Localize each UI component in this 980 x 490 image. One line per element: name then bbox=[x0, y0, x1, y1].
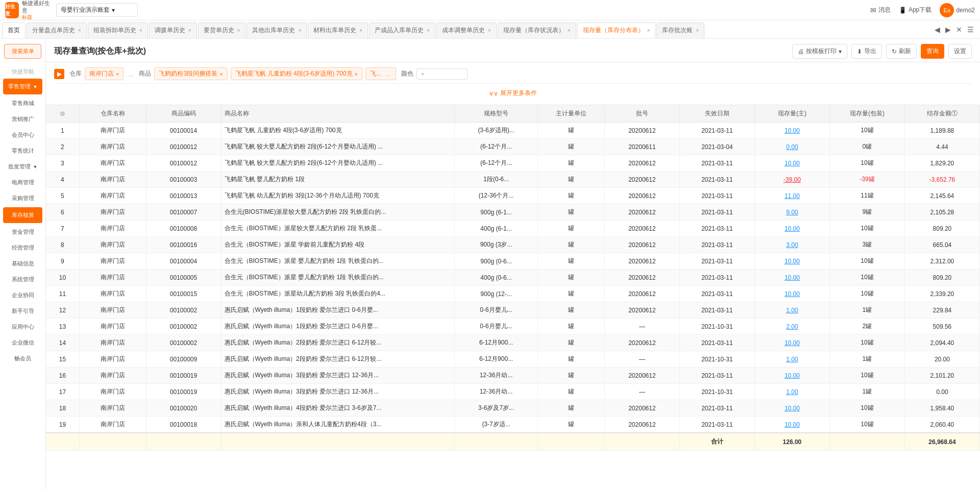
row-stock-main[interactable]: 10.00 bbox=[754, 335, 829, 351]
sidebar-item-system[interactable]: 系统管理 bbox=[0, 272, 45, 287]
row-balance: 2,312.00 bbox=[904, 253, 979, 270]
row-stock-main[interactable]: 11.00 bbox=[754, 188, 829, 204]
product-tag-1[interactable]: 飞鹤星飞帆 儿童奶粉 4段(3-6岁适用) 700克 × bbox=[231, 67, 362, 80]
sidebar-item-purchase[interactable]: 采购管理 bbox=[0, 190, 45, 206]
sidebar-item-ecommerce[interactable]: 电商管理 bbox=[0, 175, 45, 190]
sidebar-item-wholesale[interactable]: 批发管理 ▼ bbox=[0, 159, 45, 175]
row-stock-main[interactable]: 1.00 bbox=[754, 351, 829, 368]
tab-close-3[interactable]: × bbox=[188, 28, 191, 33]
tab-close-10[interactable]: × bbox=[647, 28, 650, 33]
sidebar-item-corp-wechat[interactable]: 企业微信 bbox=[0, 335, 45, 351]
row-expire: 2021-10-31 bbox=[679, 384, 754, 400]
sidebar-item-app-center[interactable]: 应用中心 bbox=[0, 319, 45, 335]
warehouse-tag[interactable]: 南岸门店 × bbox=[85, 67, 124, 80]
row-name: 惠氏启赋（Wyeth illuma）2段奶粉 爱尔兰进口 6-12月较... bbox=[221, 351, 454, 368]
row-stock-main[interactable]: 2.00 bbox=[754, 318, 829, 335]
tab-batch-account[interactable]: 库存批次账 × bbox=[656, 22, 704, 39]
table-row: 9南岸门店00100004合生元（BIOSTIME）派星 婴儿配方奶粉 1段 乳… bbox=[46, 253, 980, 270]
settings-button[interactable]: 设置 bbox=[948, 44, 972, 59]
sidebar-item-business[interactable]: 经营管理 bbox=[0, 240, 45, 256]
tab-cost-adjust[interactable]: 成本调整单历史 × bbox=[436, 22, 497, 39]
tab-close-2[interactable]: × bbox=[139, 28, 142, 33]
row-stock-main[interactable]: 1.00 bbox=[754, 302, 829, 318]
sidebar-item-finance[interactable]: 资金管理 bbox=[0, 224, 45, 240]
warehouse-remove-icon[interactable]: × bbox=[116, 71, 119, 77]
tab-product-in[interactable]: 产成品入库单历史 × bbox=[369, 22, 435, 39]
tab-menu-btn[interactable]: ☰ bbox=[965, 26, 976, 34]
row-stock-main[interactable]: 1.00 bbox=[754, 384, 829, 400]
tab-delivery[interactable]: 要货单历史 × bbox=[198, 22, 246, 39]
row-stock-main[interactable]: -39.00 bbox=[754, 172, 829, 188]
row-stock-main[interactable]: 9.00 bbox=[754, 204, 829, 220]
col-stock-pkg-header: 现存量(包装) bbox=[829, 105, 904, 122]
expand-conditions-button[interactable]: ∨∨ 展开更多条件 bbox=[489, 89, 537, 97]
sidebar-item-marketing[interactable]: 营销推广 bbox=[0, 111, 45, 127]
warehouse-more-icon[interactable]: … bbox=[127, 70, 134, 78]
refresh-button[interactable]: ↻ 刷新 bbox=[886, 44, 917, 59]
row-stock-main[interactable]: 3.00 bbox=[754, 237, 829, 253]
product-remove-1-icon[interactable]: × bbox=[355, 71, 358, 77]
message-button[interactable]: ✉ 消息 bbox=[870, 6, 891, 14]
tab-prev-btn[interactable]: ◀ bbox=[933, 26, 942, 34]
tab-close-1[interactable]: × bbox=[78, 28, 81, 33]
row-stock-main[interactable]: 10.00 bbox=[754, 270, 829, 286]
tab-close-8[interactable]: × bbox=[488, 28, 491, 33]
row-code: 00100002 bbox=[146, 318, 221, 335]
tab-close-9[interactable]: × bbox=[568, 28, 571, 33]
row-stock-main[interactable]: 10.00 bbox=[754, 155, 829, 172]
export-button[interactable]: ⬇ 导出 bbox=[851, 44, 882, 59]
print-button[interactable]: 🖨 按模板打印 ▾ bbox=[792, 44, 847, 59]
sidebar-item-retail-stats[interactable]: 零售统计 bbox=[0, 143, 45, 159]
app-download-button[interactable]: 📱 App下载 bbox=[899, 6, 932, 14]
query-button[interactable]: 查询 bbox=[921, 44, 944, 59]
row-code: 00100012 bbox=[146, 155, 221, 172]
product-tag-0[interactable]: 飞鹤奶粉3段同捆搭装 × bbox=[154, 67, 227, 80]
inventory-table: ⚙ 仓库名称 商品编码 商品名称 规格型号 主计量单位 批号 失效日期 现存量(… bbox=[46, 105, 980, 451]
tab-other-out[interactable]: 其他出库单历史 × bbox=[247, 22, 307, 39]
tab-stock-status[interactable]: 现存量（库存状况表） × bbox=[498, 22, 576, 39]
tab-disassemble[interactable]: 组装拆卸单历史 × bbox=[88, 22, 148, 39]
tab-close-6[interactable]: × bbox=[359, 28, 362, 33]
sidebar-item-fan-member[interactable]: 畅会员 bbox=[0, 351, 45, 366]
color-dropdown[interactable]: ▾ bbox=[416, 68, 468, 80]
row-unit: 罐 bbox=[538, 400, 605, 416]
tab-close-5[interactable]: × bbox=[298, 28, 301, 33]
sidebar-item-enterprise[interactable]: 企业协同 bbox=[0, 287, 45, 303]
user-area[interactable]: Ea demo2 bbox=[940, 3, 975, 17]
row-stock-main[interactable]: 10.00 bbox=[754, 253, 829, 270]
tab-close-7[interactable]: × bbox=[427, 28, 430, 33]
col-settings[interactable]: ⚙ bbox=[46, 105, 79, 122]
tab-home[interactable]: 首页 bbox=[2, 22, 26, 39]
sidebar-item-guide[interactable]: 新手引导 bbox=[0, 303, 45, 319]
tab-split-inventory[interactable]: 分量盘点单历史 × bbox=[27, 22, 87, 39]
row-stock-pkg: 9罐 bbox=[829, 204, 904, 220]
row-stock-main[interactable]: 10.00 bbox=[754, 368, 829, 384]
tab-stock-dist[interactable]: 现存量（库存分布表） × bbox=[577, 22, 656, 39]
sidebar-item-inventory[interactable]: 库存核算 bbox=[3, 207, 42, 223]
tab-mix-order[interactable]: 调拨单历史 × bbox=[149, 22, 197, 39]
product-tag-more[interactable]: 飞... … bbox=[365, 67, 396, 80]
filter-expand-toggle[interactable]: ▶ bbox=[54, 69, 64, 79]
row-stock-main[interactable]: 0.00 bbox=[754, 139, 829, 155]
row-stock-main[interactable]: 10.00 bbox=[754, 400, 829, 416]
product-remove-0-icon[interactable]: × bbox=[219, 71, 223, 77]
tab-close-all-btn[interactable]: ✕ bbox=[954, 26, 964, 34]
row-stock-main[interactable]: 10.00 bbox=[754, 416, 829, 433]
sidebar-item-retail[interactable]: 零售管理 ▼ bbox=[3, 79, 42, 94]
tab-next-btn[interactable]: ▶ bbox=[943, 26, 953, 34]
sidebar-item-basic[interactable]: 基础信息 bbox=[0, 256, 45, 272]
tab-material-out[interactable]: 材料出库单历史 × bbox=[308, 22, 368, 39]
table-row: 12南岸门店00100002惠氏启赋（Wyeth illuma）1段奶粉 爱尔兰… bbox=[46, 302, 980, 318]
col-settings-icon[interactable]: ⚙ bbox=[60, 110, 65, 117]
row-stock-main[interactable]: 10.00 bbox=[754, 122, 829, 139]
sidebar-item-retail-mall[interactable]: 零售商城 bbox=[0, 95, 45, 111]
org-selector[interactable]: 母婴行业演示账套 ▾ bbox=[56, 3, 138, 17]
search-menu-button[interactable]: 搜索菜单 bbox=[4, 44, 41, 59]
row-stock-main[interactable]: 10.00 bbox=[754, 220, 829, 237]
sidebar-item-member[interactable]: 会员中心 bbox=[0, 127, 45, 143]
tab-close-4[interactable]: × bbox=[237, 28, 240, 33]
row-expire: 2021-03-11 bbox=[679, 155, 754, 172]
tab-close-11[interactable]: × bbox=[696, 28, 699, 33]
row-unit: 罐 bbox=[538, 368, 605, 384]
row-stock-main[interactable]: 10.00 bbox=[754, 286, 829, 302]
